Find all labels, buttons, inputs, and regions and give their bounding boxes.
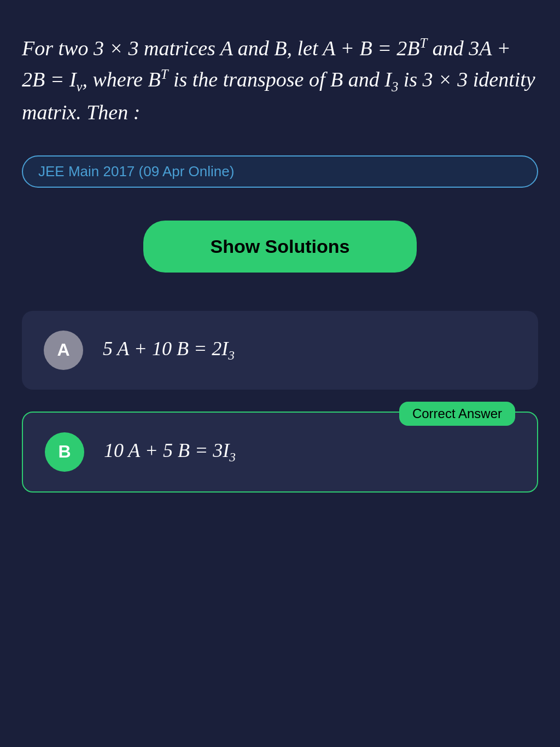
correct-answer-badge: Correct Answer xyxy=(399,402,515,426)
option-label-a: A xyxy=(44,331,83,370)
option-text-b: 10 A + 5 B = 3I3 xyxy=(104,439,236,465)
option-text-a: 5 A + 10 B = 2I3 xyxy=(103,337,235,363)
option-label-b: B xyxy=(45,432,84,472)
option-card-b[interactable]: Correct Answer B 10 A + 5 B = 3I3 xyxy=(22,412,538,493)
exam-tag-badge: JEE Main 2017 (09 Apr Online) xyxy=(22,155,538,188)
option-card-a[interactable]: A 5 A + 10 B = 2I3 xyxy=(22,311,538,390)
question-text: For two 3 × 3 matrices A and B, let A + … xyxy=(22,33,538,128)
show-solutions-button[interactable]: Show Solutions xyxy=(143,221,417,273)
